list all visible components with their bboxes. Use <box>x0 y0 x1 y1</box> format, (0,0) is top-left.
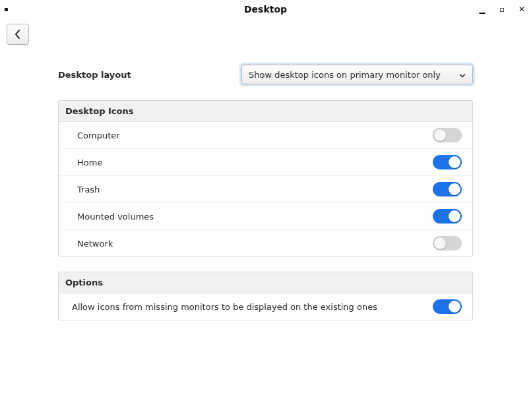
desktop-icon-row-mounted-volumes: Mounted volumes <box>59 203 472 230</box>
window-title: Desktop <box>244 4 287 15</box>
row-label: Trash <box>77 185 100 195</box>
toggle-computer[interactable] <box>433 128 462 142</box>
toggle-home[interactable] <box>433 155 462 169</box>
row-label: Allow icons from missing monitors to be … <box>72 302 377 312</box>
chevron-left-icon <box>15 30 21 39</box>
toggle-mounted-volumes[interactable] <box>433 209 462 224</box>
row-label: Computer <box>77 131 120 140</box>
toolbar <box>0 18 531 45</box>
toggle-network[interactable] <box>433 236 462 251</box>
maximize-button[interactable]: ▫ <box>497 0 507 18</box>
window-controls: ▁ ▫ ✕ <box>477 0 527 18</box>
desktop-layout-selected: Show desktop icons on primary monitor on… <box>249 70 441 80</box>
close-button[interactable]: ✕ <box>516 0 527 18</box>
options-group: Options Allow icons from missing monitor… <box>58 272 473 320</box>
toggle-missing-monitors[interactable] <box>433 299 462 314</box>
desktop-icon-row-trash: Trash <box>59 176 472 203</box>
desktop-icons-group: Desktop Icons Computer Home Trash Mounte… <box>58 100 473 257</box>
row-label: Home <box>77 158 102 167</box>
option-row-missing-monitors: Allow icons from missing monitors to be … <box>59 293 472 320</box>
desktop-layout-row: Desktop layout Show desktop icons on pri… <box>58 65 473 84</box>
desktop-icons-header: Desktop Icons <box>59 101 472 122</box>
options-header: Options <box>59 272 472 293</box>
desktop-icon-row-home: Home <box>59 149 472 176</box>
chevron-down-icon <box>459 70 466 80</box>
minimize-button[interactable]: ▁ <box>477 0 487 18</box>
row-label: Network <box>77 239 113 249</box>
titlebar-left: ▪ <box>4 0 9 18</box>
toggle-trash[interactable] <box>433 182 462 196</box>
titlebar-left-mark: ▪ <box>4 0 9 18</box>
desktop-icon-row-computer: Computer <box>59 122 472 149</box>
titlebar: Desktop ▪ ▁ ▫ ✕ <box>0 0 531 18</box>
back-button[interactable] <box>7 24 29 45</box>
content: Desktop layout Show desktop icons on pri… <box>0 45 531 320</box>
desktop-layout-combo[interactable]: Show desktop icons on primary monitor on… <box>241 65 473 84</box>
desktop-icon-row-network: Network <box>59 230 472 256</box>
desktop-layout-label: Desktop layout <box>58 70 241 80</box>
row-label: Mounted volumes <box>77 212 154 222</box>
